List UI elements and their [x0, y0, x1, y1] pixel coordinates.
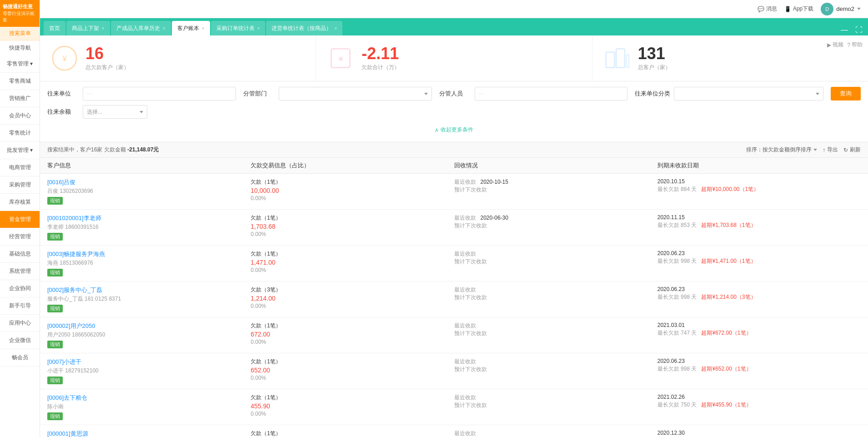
debt-amount-1[interactable]: 1,703.68 — [251, 223, 454, 230]
debt-amount-2[interactable]: 1,471.00 — [251, 259, 454, 266]
video-action[interactable]: ▶ 视频 — [827, 41, 843, 49]
customer-name-4[interactable]: [000002]用户2050 — [47, 322, 251, 330]
collect-label-0: 最近收款 2020-10-15 — [454, 178, 657, 186]
overdue-amount-2[interactable]: 超期¥1,471.00（1笔） — [701, 258, 756, 264]
sidebar-item-zero-retail-stat[interactable]: 零售统计 — [0, 125, 40, 142]
search-menu[interactable]: 搜索菜单 — [0, 27, 40, 40]
collect-info-4: 最近收款 预计下次收款 — [454, 322, 657, 337]
dept-select[interactable] — [279, 87, 432, 100]
sidebar-item-system[interactable]: 系统管理 — [0, 263, 40, 280]
balance-select[interactable]: 选择... — [83, 105, 147, 119]
overdue-info-3: 2020.06.23 最长欠款 998 天 超期¥1,214.00（3笔） — [657, 286, 861, 302]
card-actions: ▶ 视频 ? 帮助 — [827, 41, 863, 49]
tab-close-customer_account[interactable]: × — [202, 26, 205, 31]
search-button[interactable]: 查询 — [831, 87, 861, 100]
debt-amount-0[interactable]: 10,000.00 — [251, 187, 454, 194]
sidebar-item-marketing[interactable]: 营销推广 — [0, 90, 40, 107]
sidebar-item-finance[interactable]: 资金管理 — [0, 211, 40, 228]
sidebar-item-business[interactable]: 经营管理 — [0, 228, 40, 246]
manager-input[interactable]: ··· — [475, 87, 628, 100]
topbar-message[interactable]: 💬 消息 — [758, 5, 777, 13]
collapse-up-icon: ∧ — [435, 127, 439, 133]
card-number-2: -2.11 — [361, 45, 400, 62]
tab-customer_account[interactable]: 客户账本× — [172, 21, 210, 35]
sidebar-item-enterprise-coop[interactable]: 企业协同 — [0, 280, 40, 297]
tab-purchase_order[interactable]: 采购订单统计表× — [211, 21, 266, 35]
manager-label: 分管人员 — [439, 90, 471, 98]
table-header: 客户信息 欠款交易信息（占比） 回收情况 到期未收款日期 — [40, 158, 868, 174]
overdue-date-1: 2020.11.15 — [657, 214, 861, 221]
sidebar-item-member-center[interactable]: 会员中心 — [0, 107, 40, 125]
sidebar-item-zero-retail-management[interactable]: 零售管理 ▾ — [0, 55, 40, 73]
result-text: 搜索结果中，客户16家 — [47, 146, 102, 153]
sidebar-item-enterprise-wechat[interactable]: 企业微信 — [0, 332, 40, 349]
debt-info-0: 欠款（1笔） 10,000.00 0.00% — [251, 178, 454, 201]
customer-sub-4: 用户2050 18665062050 — [47, 331, 251, 339]
tabs-bar: 首页商品上下架×产成品入库单历史×客户账本×采购订单统计表×进货单统计表（按商品… — [40, 18, 868, 35]
sidebar-item-basic-info[interactable]: 基础信息 — [0, 246, 40, 263]
sort-button[interactable]: 排序：按欠款金额倒序排序 — [746, 146, 817, 154]
tab-product_history[interactable]: 产成品入库单历史× — [111, 21, 171, 35]
app-label: App下载 — [793, 5, 813, 13]
sidebar-item-ecommerce[interactable]: 电商管理 — [0, 159, 40, 176]
overdue-amount-1[interactable]: 超期¥1,703.68（1笔） — [701, 222, 756, 228]
sidebar-item-app-center[interactable]: 应用中心 — [0, 315, 40, 332]
tab-close-product_off[interactable]: × — [102, 26, 105, 31]
debt-amount-3[interactable]: 1,214.00 — [251, 295, 454, 302]
topbar-app-download[interactable]: 📱 App下载 — [784, 5, 813, 13]
topbar-user[interactable]: D demo2 — [821, 3, 861, 15]
sidebar-item-new-guide[interactable]: 新手引导 — [0, 297, 40, 315]
overdue-amount-3[interactable]: 超期¥1,214.00（3笔） — [701, 294, 756, 300]
tabs-maximize-icon[interactable]: ⛶ — [853, 25, 864, 35]
sidebar-item-inventory[interactable]: 库存核算 — [0, 194, 40, 211]
debt-amount-6[interactable]: 455.90 — [251, 402, 454, 410]
tab-product_off[interactable]: 商品上下架× — [66, 21, 110, 35]
tab-home[interactable]: 首页 — [44, 21, 65, 35]
tab-close-purchase_order[interactable]: × — [257, 26, 260, 31]
table-row: [0016]吕俊 吕俊 13026203696 现销 欠款（1笔） 10,000… — [40, 174, 868, 210]
video-icon: ▶ — [827, 42, 831, 48]
tab-close-product_history[interactable]: × — [163, 26, 166, 31]
collect-info-6: 最近收款 预计下次收款 — [454, 394, 657, 409]
debt-amount-4[interactable]: 672.00 — [251, 331, 454, 338]
overdue-amount-4[interactable]: 超期¥672.00（1笔） — [701, 330, 751, 336]
help-action[interactable]: ? 帮助 — [847, 41, 863, 49]
tabs-minimize-icon[interactable]: — — [839, 25, 850, 35]
source-unit-input[interactable]: ··· — [83, 87, 236, 100]
collect-label-4: 最近收款 — [454, 322, 657, 330]
debt-ratio-6: 0.00% — [251, 411, 454, 417]
customer-name-0[interactable]: [0016]吕俊 — [47, 178, 251, 186]
debt-info-5: 欠款（1笔） 652.00 0.00% — [251, 358, 454, 381]
refresh-label: 刷新 — [850, 146, 861, 154]
tab-close-purchase_stat[interactable]: × — [334, 26, 337, 31]
overdue-amount-0[interactable]: 超期¥10,000.00（1笔） — [701, 186, 759, 192]
header-customer-info: 客户信息 — [47, 161, 251, 170]
quick-nav[interactable]: 快捷导航 — [0, 40, 40, 55]
customer-name-7[interactable]: [000001]黄思源 — [47, 430, 251, 437]
unit-category-select[interactable] — [674, 87, 823, 100]
table-body: [0016]吕俊 吕俊 13026203696 现销 欠款（1笔） 10,000… — [40, 174, 868, 437]
export-button[interactable]: ↑ 导出 — [823, 146, 838, 154]
sidebar-item-batch-management[interactable]: 批发管理 ▾ — [0, 142, 40, 159]
sidebar-item-purchase[interactable]: 采购管理 — [0, 176, 40, 194]
overdue-info-6: 2021.02.26 最长欠款 750 天 超期¥455.90（1笔） — [657, 394, 861, 410]
collapse-button[interactable]: ∧ 收起更多条件 — [47, 123, 861, 136]
customer-name-6[interactable]: [0006]去下粮仓 — [47, 394, 251, 402]
sidebar-item-zero-retail-mall[interactable]: 零售商城 — [0, 73, 40, 90]
overdue-amount-5[interactable]: 超期¥652.00（1笔） — [701, 366, 751, 372]
overdue-date-6: 2021.02.26 — [657, 394, 861, 400]
refresh-button[interactable]: ↻ 刷新 — [843, 146, 861, 154]
sidebar-item-vip-member[interactable]: 畅会员 — [0, 349, 40, 367]
topbar: 💬 消息 📱 App下载 D demo2 — [40, 0, 868, 18]
tab-purchase_stat[interactable]: 进货单统计表（按商品）× — [266, 21, 342, 35]
customer-name-3[interactable]: [0002]服务中心_丁磊 — [47, 286, 251, 294]
overdue-amount-6[interactable]: 超期¥455.90（1笔） — [701, 402, 751, 408]
card-icon-total — [603, 45, 631, 72]
debt-amount-5[interactable]: 652.00 — [251, 367, 454, 374]
customer-name-2[interactable]: [0003]畅捷服务尹海燕 — [47, 250, 251, 258]
collect-info-0: 最近收款 2020-10-15 预计下次收款 — [454, 178, 657, 194]
customer-name-5[interactable]: [0007]小进干 — [47, 358, 251, 366]
dept-chevron-icon — [424, 93, 428, 95]
sort-label: 排序：按欠款金额倒序排序 — [746, 146, 812, 154]
customer-name-1[interactable]: [0001020001]李老师 — [47, 214, 251, 222]
